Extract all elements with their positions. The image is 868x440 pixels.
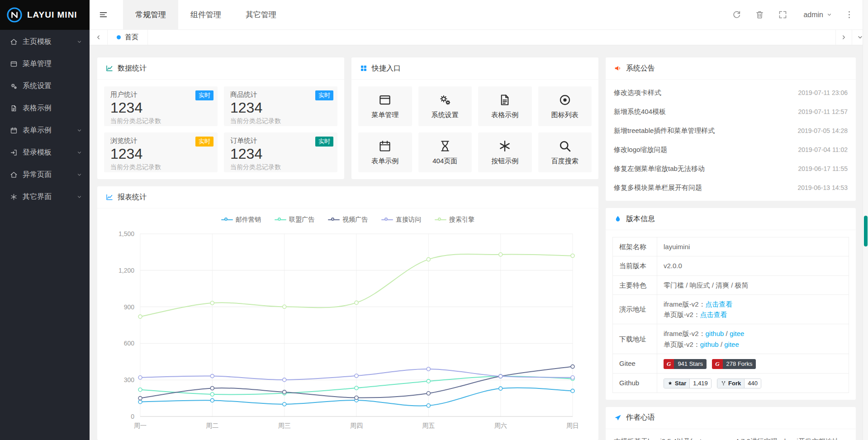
announcement-date: 2019-07-11 23:06 bbox=[798, 89, 848, 96]
announcement-item[interactable]: 修复左侧菜单缩放tab无法移动 2019-06-17 11:55 bbox=[606, 159, 856, 178]
file-icon bbox=[10, 104, 18, 112]
demo-line-prefix: iframe版-v2： bbox=[664, 300, 706, 308]
stats-grid: 实时 用户统计 1234 当前分类总记录数 实时 商品统计 1234 当前分类总… bbox=[97, 80, 344, 179]
tab-home[interactable]: 首页 bbox=[108, 30, 148, 45]
more-menu-button[interactable] bbox=[844, 10, 854, 19]
stat-box: 实时 商品统计 1234 当前分类总记录数 bbox=[224, 86, 337, 126]
svg-text:周六: 周六 bbox=[494, 422, 507, 429]
quick-entry[interactable]: 按钮示例 bbox=[478, 132, 532, 172]
home-icon bbox=[10, 38, 18, 46]
quick-entry-label: 系统设置 bbox=[432, 111, 459, 119]
legend-line bbox=[435, 219, 446, 220]
gitee-forks-badge[interactable]: G278 Forks bbox=[712, 359, 756, 369]
row-value: v2.0.0 bbox=[657, 256, 849, 275]
quick-entry[interactable]: 菜单管理 bbox=[358, 86, 412, 126]
svg-text:周一: 周一 bbox=[134, 422, 147, 429]
tabbar: 首页 bbox=[90, 30, 868, 45]
fork-icon bbox=[721, 380, 726, 386]
scrollbar-thumb[interactable] bbox=[864, 216, 868, 246]
sidebar-item[interactable]: 表格示例 bbox=[0, 97, 90, 119]
download-line-prefix: iframe版-v2： bbox=[664, 330, 706, 337]
github-fork-count: 440 bbox=[745, 379, 761, 388]
legend-item[interactable]: 联盟广告 bbox=[275, 216, 314, 224]
announcement-item[interactable]: 修改logo缩放问题 2019-07-04 11:02 bbox=[606, 140, 856, 159]
sidebar-item-label: 其它界面 bbox=[23, 192, 76, 202]
realtime-badge: 实时 bbox=[195, 90, 213, 100]
github-star-label: Star bbox=[675, 379, 686, 388]
sidebar-item[interactable]: 主页模板 bbox=[0, 31, 90, 53]
card-title: 报表统计 bbox=[118, 193, 147, 202]
header-tab[interactable]: 组件管理 bbox=[178, 0, 233, 29]
expand-icon bbox=[778, 10, 787, 19]
demo-spa-link[interactable]: 点击查看 bbox=[700, 311, 727, 318]
quick-entry[interactable]: 表格示例 bbox=[478, 86, 532, 126]
github-star-button[interactable]: Star1,419 bbox=[664, 378, 711, 388]
user-menu[interactable]: admin bbox=[803, 11, 832, 19]
header-tab[interactable]: 常规管理 bbox=[123, 0, 178, 29]
sidebar-item[interactable]: 系统设置 bbox=[0, 75, 90, 97]
legend-line bbox=[381, 219, 393, 220]
legend-item[interactable]: 邮件营销 bbox=[221, 216, 261, 224]
scrollbar-track[interactable] bbox=[863, 0, 868, 440]
app-logo[interactable]: LAYUI MINI bbox=[0, 0, 90, 30]
legend-dot bbox=[224, 218, 228, 221]
legend-item[interactable]: 直接访问 bbox=[381, 216, 421, 224]
quick-entry[interactable]: 404页面 bbox=[418, 132, 472, 172]
legend-label: 联盟广告 bbox=[289, 216, 314, 224]
sidebar-item-label: 异常页面 bbox=[23, 170, 76, 180]
page-content: 数据统计 实时 用户统计 1234 当前分类总记录数 实时 bbox=[90, 45, 868, 440]
legend-label: 直接访问 bbox=[396, 216, 421, 224]
sidebar-item[interactable]: 菜单管理 bbox=[0, 53, 90, 75]
refresh-button[interactable] bbox=[732, 10, 741, 19]
announcement-item[interactable]: 新增treetable插件和菜单管理样式 2019-07-05 14:28 bbox=[606, 121, 856, 140]
gitee-stars-count: 941 Stars bbox=[674, 359, 707, 369]
announcement-list: 修改选项卡样式 2019-07-11 23:06 新增系统404模板 2019-… bbox=[606, 80, 856, 201]
sidebar-item[interactable]: 登录模板 bbox=[0, 142, 90, 164]
github-fork-button[interactable]: Fork440 bbox=[717, 378, 761, 388]
svg-text:周二: 周二 bbox=[206, 422, 218, 429]
row-value: 零门槛 / 响应式 / 清爽 / 极简 bbox=[657, 275, 849, 294]
announcement-item[interactable]: 修改选项卡样式 2019-07-11 23:06 bbox=[606, 83, 856, 102]
legend-label: 搜索引擎 bbox=[449, 216, 474, 224]
version-table-wrap: 框架名称 layuimini 当前版本 v2.0.0 主要特色 零门槛 / 响应… bbox=[606, 230, 856, 400]
chevron-down-icon bbox=[76, 128, 82, 133]
gitee-link[interactable]: gitee bbox=[730, 330, 745, 337]
dots-vertical-icon bbox=[844, 10, 854, 19]
sidebar-item[interactable]: 其它界面 bbox=[0, 186, 90, 208]
separator: / bbox=[724, 330, 730, 337]
app-title: LAYUI MINI bbox=[27, 10, 77, 20]
quick-entry[interactable]: 表单示例 bbox=[358, 132, 412, 172]
demo-iframe-link[interactable]: 点击查看 bbox=[706, 300, 733, 308]
announcement-item[interactable]: 新增系统404模板 2019-07-11 12:57 bbox=[606, 102, 856, 121]
quick-entry[interactable]: 百度搜索 bbox=[538, 132, 592, 172]
announcement-text: 修改选项卡样式 bbox=[614, 89, 661, 97]
announcement-item[interactable]: 修复多模块菜单栏展开有问题 2019-06-13 14:53 bbox=[606, 178, 856, 197]
quick-entry[interactable]: 图标列表 bbox=[538, 86, 592, 126]
github-link[interactable]: github bbox=[700, 341, 719, 348]
collapse-sidebar-button[interactable] bbox=[90, 0, 117, 29]
svg-text:周五: 周五 bbox=[422, 422, 435, 429]
version-card: 版本信息 框架名称 layuimini 当前版本 v2 bbox=[606, 208, 856, 400]
header-tab[interactable]: 其它管理 bbox=[233, 0, 289, 29]
legend-label: 视频广告 bbox=[342, 216, 368, 224]
card-title: 作者心语 bbox=[626, 413, 655, 422]
stat-box: 实时 用户统计 1234 当前分类总记录数 bbox=[104, 86, 218, 126]
legend-item[interactable]: 搜索引擎 bbox=[435, 216, 474, 224]
sidebar-item[interactable]: 异常页面 bbox=[0, 164, 90, 186]
separator: / bbox=[719, 341, 725, 348]
row-label: 下载地址 bbox=[613, 324, 657, 354]
sidebar-item[interactable]: 表单示例 bbox=[0, 119, 90, 142]
tab-scroll-right-button[interactable] bbox=[835, 30, 852, 45]
stat-box: 实时 浏览统计 1234 当前分类总记录数 bbox=[104, 132, 218, 172]
github-link[interactable]: github bbox=[706, 330, 724, 337]
stat-desc: 当前分类总记录数 bbox=[230, 117, 331, 125]
clear-cache-button[interactable] bbox=[755, 10, 764, 19]
calendar-icon bbox=[10, 127, 18, 134]
quick-entry[interactable]: 系统设置 bbox=[418, 86, 472, 126]
tab-scroll-left-button[interactable] bbox=[90, 30, 108, 45]
fullscreen-button[interactable] bbox=[778, 10, 787, 19]
gitee-stars-badge[interactable]: G941 Stars bbox=[664, 359, 707, 369]
gitee-link[interactable]: gitee bbox=[724, 341, 739, 348]
legend-item[interactable]: 视频广告 bbox=[328, 216, 368, 224]
chevron-down-icon bbox=[76, 172, 82, 178]
